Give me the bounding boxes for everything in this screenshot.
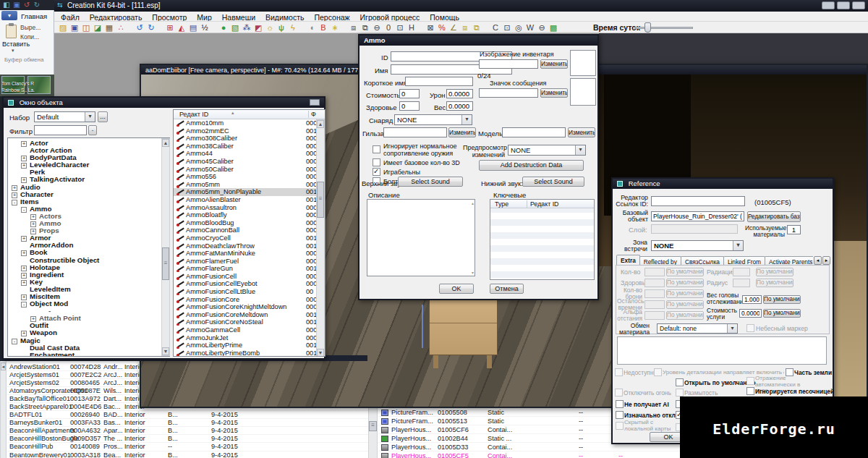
maximize-button[interactable] (837, 1, 850, 9)
toolbar-icon[interactable]: H (407, 22, 417, 33)
value-input[interactable] (399, 89, 420, 98)
tree-expander-icon[interactable]: - (12, 200, 17, 205)
ammo-list-row[interactable]: AmmoGammaCell 000 (174, 326, 316, 334)
ammo-list-row[interactable]: Ammo38Caliber 000 (174, 143, 316, 150)
ammo-list-row[interactable]: AmmoFusionCoreKnightMeltdown 000 (174, 303, 316, 311)
service-cost-input[interactable] (739, 309, 762, 318)
tree-expander-icon[interactable]: + (21, 163, 27, 169)
qat-icon[interactable]: ◧ (1, 0, 12, 10)
ammo-list-row[interactable]: AmmoDeathclawThrow 001 (174, 242, 316, 250)
toolbar-icon[interactable]: ◪ (93, 22, 103, 33)
short-name-input[interactable] (405, 77, 473, 86)
base3d-checkbox[interactable] (373, 158, 380, 166)
paste-dropdown-icon[interactable]: ▾ (12, 48, 14, 54)
tree-expander-icon[interactable]: + (21, 294, 27, 300)
no-ai-checkbox[interactable] (616, 400, 624, 408)
head-weight-input[interactable] (742, 295, 762, 304)
tree-expander-icon[interactable]: + (21, 141, 27, 147)
toolbar-icon[interactable]: ⧉ (360, 22, 370, 33)
ammo-list-row[interactable]: Ammo50Caliber 000 (174, 166, 316, 174)
ammo-list-row[interactable]: Ammo45Caliber 000 (174, 158, 316, 166)
qat-icon[interactable]: ▣ (12, 0, 22, 10)
time-of-day-slider-thumb[interactable] (644, 22, 651, 33)
ammo-list-row[interactable]: AmmoAssaultron 000 (174, 204, 316, 212)
menu-item[interactable]: Редактировать (85, 12, 148, 22)
inventory-image-change-button[interactable]: Изменить (540, 59, 568, 69)
filter-button[interactable]: · (88, 125, 97, 135)
ammo-list-row[interactable]: AmmoLibertyPrime 001 (174, 342, 316, 349)
toolbar-icon[interactable]: ∠ (448, 22, 459, 33)
ammo-dialog-titlebar[interactable]: Ammo (359, 35, 597, 46)
ammo-list-row[interactable]: Ammo5mm_NonPlayable 001 (174, 188, 316, 196)
copy-button[interactable]: Копи... (20, 33, 39, 41)
tree-item[interactable]: +Actors (8, 213, 169, 220)
tree-expander-icon[interactable]: - (12, 339, 17, 344)
ammo-list-row[interactable]: AmmoBloodBug 000 (174, 219, 316, 227)
ammo-list-row[interactable]: Ammo556 000 (174, 173, 316, 181)
head-weight-default-button[interactable]: По умолчанию (763, 295, 801, 304)
edit-base-button[interactable]: Редактировать базу (747, 211, 801, 222)
set-dropdown[interactable]: Default (34, 111, 95, 122)
cell-list-scrollbar[interactable]: ◂ (0, 360, 7, 458)
cancel-button[interactable]: Отмена (490, 284, 524, 294)
toolbar-icon[interactable]: C (490, 22, 501, 33)
toolbar-icon[interactable]: ⧈ (349, 22, 359, 33)
tree-expander-icon[interactable]: + (21, 156, 27, 161)
toolbar-icon[interactable]: ↻ (146, 22, 156, 33)
minimize-button[interactable] (822, 1, 835, 9)
tree-expander-icon[interactable]: + (12, 192, 17, 198)
toolbar-icon[interactable]: ∴ (116, 22, 126, 33)
toolbar-icon[interactable]: ½ (200, 22, 210, 33)
tree-expander-icon[interactable]: + (21, 236, 27, 242)
toolbar-icon[interactable]: ◭ (176, 22, 187, 33)
cell-row[interactable]: BADTFL01 00026940 BAD... Interior B... 9… (7, 411, 378, 419)
object-window-titlebar[interactable]: Окно объекта (4, 98, 324, 108)
toolbar-icon[interactable]: ∗ (330, 22, 340, 33)
toolbar-icon[interactable]: ⊡ (395, 22, 405, 33)
zone-dropdown[interactable]: NONE (651, 240, 744, 251)
toolbar-icon[interactable]: ▩ (548, 22, 558, 33)
list-header[interactable]: Редакт ID ▴ Ф (174, 110, 325, 119)
toolbar-icon[interactable]: ◎ (514, 22, 524, 33)
paste-button[interactable]: Вставить (2, 41, 30, 48)
ammo-list-row[interactable]: Ammo10mm 000 (174, 119, 316, 127)
toolbar-icon[interactable]: ϟ (288, 22, 298, 33)
toolbar-icon[interactable]: ◖ (307, 22, 317, 33)
toolbar-icon[interactable]: ▦ (104, 22, 114, 33)
tree-expander-icon[interactable]: - (21, 207, 27, 213)
tab-scroll-left[interactable]: ◂ (814, 256, 822, 265)
menu-item[interactable]: Видимость (260, 12, 309, 22)
toolbar-icon[interactable]: ↺ (135, 22, 145, 33)
tree-item[interactable]: +Ammo (8, 220, 169, 227)
playable-checkbox[interactable] (373, 168, 380, 176)
ammo-list-row[interactable]: Ammo308Caliber 000 (174, 135, 316, 143)
ammo-list-row[interactable]: AmmoFusionCoreMeltdown 001 (174, 311, 316, 319)
tree-item[interactable]: -Ammo (8, 205, 169, 213)
health-input[interactable] (399, 101, 420, 111)
toolbar-icon[interactable]: B (318, 22, 328, 33)
menu-item[interactable]: Навмеши (217, 12, 260, 22)
menu-item[interactable]: Игровой процесс (355, 12, 425, 22)
ammo-list-row[interactable]: Ammo44 000 (174, 150, 316, 158)
toolbar-icon[interactable]: ⊡ (502, 22, 512, 33)
object-window-menu-button[interactable] (310, 99, 320, 106)
qat-icon[interactable]: ↺ (22, 0, 32, 10)
ammo-list-row[interactable]: AmmoLibertyPrimeBomb 001 (174, 349, 316, 357)
ammo-list-row[interactable]: AmmoFusionCellLtBlue 00 (174, 288, 316, 296)
materials-input[interactable] (787, 225, 801, 234)
casing-input[interactable] (383, 127, 447, 137)
toolbar-icon[interactable]: ⊠ (425, 22, 435, 33)
initially-disabled-checkbox[interactable] (616, 411, 624, 419)
tree-expander-icon[interactable]: + (21, 266, 27, 271)
tree-item[interactable]: -Object Mod (8, 300, 169, 308)
toolbar-icon[interactable]: 0 (383, 22, 393, 33)
tree-item[interactable]: - (8, 308, 169, 315)
add-destruction-button[interactable]: Add Destruction Data (479, 160, 584, 171)
toolbar-icon[interactable]: ● (218, 22, 229, 33)
base-object-input[interactable] (651, 211, 744, 221)
damage-input[interactable] (446, 89, 473, 98)
reference-info-box[interactable] (617, 336, 827, 365)
ok-button[interactable]: OK (439, 284, 474, 294)
model-input[interactable] (502, 127, 566, 137)
tab-scroll-right[interactable]: ▸ (822, 256, 830, 265)
